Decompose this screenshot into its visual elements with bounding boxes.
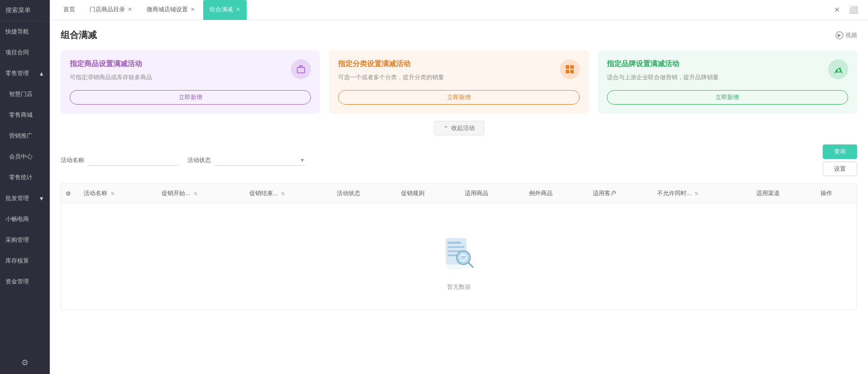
svg-rect-1 [570, 65, 574, 69]
collapse-icon: ⌃ [444, 125, 448, 132]
col-name[interactable]: 活动名称 ⇅ [79, 184, 157, 203]
sidebar-item-finance[interactable]: 资金管理 [0, 271, 50, 292]
promo-card-category-icon [560, 59, 580, 79]
collapse-bar: ⌃ 收起活动 [61, 121, 857, 135]
svg-rect-3 [570, 70, 574, 73]
table-header: ⚙ 活动名称 ⇅ 促销开始... ⇅ 促销结束... ⇅ [61, 184, 857, 203]
col-rules: 促销规则 [396, 184, 461, 203]
page-header: 组合满减 ▶ 视频 [61, 29, 857, 41]
col-applicable-customers: 适用客户 [588, 184, 653, 203]
filter-name-input[interactable] [88, 155, 178, 166]
col-no-overlap[interactable]: 不允许同时... ⇅ [653, 184, 752, 203]
promo-card-product-icon [291, 59, 311, 79]
svg-rect-0 [566, 65, 569, 69]
tab-bar-actions: ✕ ⬜ [831, 5, 861, 15]
sort-icon-start: ⇅ [194, 191, 197, 196]
main-area: 首页 门店商品目录 ✕ 微商城店铺设置 ✕ 组合满减 ✕ ✕ ⬜ 组合满减 ▶ … [50, 0, 868, 374]
col-applicable-goods: 适用商品 [460, 184, 525, 203]
sidebar-item-member-center[interactable]: 会员中心 [0, 146, 50, 167]
promo-card-category-title: 指定分类设置满减活动 [338, 59, 579, 69]
sidebar-item-wholesale-mgmt[interactable]: 批发管理 ▼ [0, 188, 50, 209]
empty-text: 暂无数据 [447, 283, 471, 291]
sidebar-search[interactable]: 搜索菜单 [0, 0, 50, 21]
promo-card-product: 指定商品设置满减活动 可指定滞销商品或库存较多商品 立即新增 [61, 50, 320, 114]
chevron-down-icon: ▼ [38, 195, 44, 202]
tab-close-store-catalog[interactable]: ✕ [128, 6, 132, 13]
settings-icon[interactable]: ⚙ [21, 358, 29, 368]
col-channels: 适用渠道 [752, 184, 816, 203]
sidebar-item-quick-nav[interactable]: 快捷导航 [0, 21, 50, 42]
sort-icon-end: ⇅ [281, 191, 285, 196]
tab-close-wechat-store[interactable]: ✕ [191, 6, 195, 13]
filter-status-select[interactable]: ▼ [215, 155, 305, 166]
sidebar-bottom: ⚙ [0, 351, 50, 374]
svg-rect-2 [566, 70, 569, 73]
tab-close-combo-discount[interactable]: ✕ [236, 6, 240, 13]
sidebar-item-project-contract[interactable]: 项目合同 [0, 42, 50, 63]
filter-name-label: 活动名称 [61, 156, 84, 164]
table-body: 暂无数据 [61, 203, 857, 310]
play-icon: ▶ [835, 31, 844, 39]
sidebar-item-retail-mgmt[interactable]: 零售管理 ▲ [0, 63, 50, 84]
tab-combo-discount[interactable]: 组合满减 ✕ [203, 0, 247, 20]
sidebar-item-inventory[interactable]: 库存核算 [0, 250, 50, 271]
sort-icon-no-overlap: ⇅ [695, 191, 698, 196]
chevron-down-icon: ▼ [300, 157, 305, 163]
sidebar-item-xiaochang[interactable]: 小畅电商 [0, 209, 50, 230]
sidebar-item-purchase-mgmt[interactable]: 采购管理 [0, 230, 50, 250]
content-area: 组合满减 ▶ 视频 指定商品设置满减活动 可指定滞销商品或库存较多商品 立即新增… [50, 20, 868, 374]
promo-card-product-desc: 可指定滞销商品或库存较多商品 [70, 73, 311, 82]
query-button[interactable]: 查询 [823, 144, 857, 159]
promo-cards: 指定商品设置满减活动 可指定滞销商品或库存较多商品 立即新增 指定分类设置满减活… [61, 50, 857, 114]
sidebar: 搜索菜单 快捷导航 项目合同 零售管理 ▲ 智慧门店 零售商城 营销推广 会员中… [0, 0, 50, 374]
sort-icon-name: ⇅ [111, 191, 114, 196]
collapse-btn[interactable]: ⌃ 收起活动 [434, 121, 484, 135]
svg-point-11 [459, 254, 467, 262]
svg-rect-7 [448, 246, 465, 248]
col-settings[interactable]: ⚙ [61, 184, 79, 203]
filter-actions: 查询 设置 [823, 144, 857, 176]
promo-card-product-btn[interactable]: 立即新增 [70, 90, 311, 105]
settings-icon: ⚙ [66, 190, 71, 197]
page-title: 组合满减 [61, 29, 97, 41]
sidebar-item-marketing[interactable]: 营销推广 [0, 125, 50, 146]
sidebar-item-retail-mall[interactable]: 零售商城 [0, 105, 50, 125]
window-close-btn[interactable]: ✕ [831, 5, 843, 15]
col-exception-goods: 例外商品 [525, 184, 589, 203]
promo-card-category-desc: 可选一个或者多个分类，提升分类的销量 [338, 73, 579, 82]
empty-icon [436, 230, 482, 276]
video-link[interactable]: ▶ 视频 [835, 31, 857, 39]
settings-button[interactable]: 设置 [823, 162, 857, 176]
col-end[interactable]: 促销结束... ⇅ [245, 184, 333, 203]
promo-card-brand-desc: 适合与上游企业联合做营销，提升品牌销量 [607, 73, 848, 82]
data-table-container: ⚙ 活动名称 ⇅ 促销开始... ⇅ 促销结束... ⇅ [61, 183, 857, 310]
promo-card-brand-icon [828, 59, 848, 79]
promo-card-category: 指定分类设置满减活动 可选一个或者多个分类，提升分类的销量 立即新增 [329, 50, 588, 114]
promo-card-brand: 指定品牌设置满减活动 适合与上游企业联合做营销，提升品牌销量 立即新增 [598, 50, 857, 114]
svg-rect-6 [448, 242, 461, 244]
sidebar-item-smart-store[interactable]: 智慧门店 [0, 84, 50, 105]
col-operation: 操作 [816, 184, 857, 203]
filter-row: 活动名称 活动状态 ▼ 查询 设置 [61, 144, 857, 176]
promo-card-product-title: 指定商品设置满减活动 [70, 59, 311, 69]
filter-name-item: 活动名称 [61, 155, 178, 166]
chevron-up-icon: ▲ [38, 70, 44, 77]
tab-wechat-store[interactable]: 微商城店铺设置 ✕ [140, 0, 201, 20]
promo-card-category-btn[interactable]: 立即新增 [338, 90, 579, 105]
tab-store-catalog[interactable]: 门店商品目录 ✕ [83, 0, 138, 20]
tab-home[interactable]: 首页 [57, 0, 81, 20]
window-maximize-btn[interactable]: ⬜ [846, 5, 861, 15]
col-status: 活动状态 [332, 184, 396, 203]
filter-status-label: 活动状态 [187, 156, 211, 164]
filter-status-item: 活动状态 ▼ [187, 155, 305, 166]
tab-bar: 首页 门店商品目录 ✕ 微商城店铺设置 ✕ 组合满减 ✕ ✕ ⬜ [50, 0, 868, 20]
empty-state: 暂无数据 [61, 203, 857, 309]
data-table: ⚙ 活动名称 ⇅ 促销开始... ⇅ 促销结束... ⇅ [61, 184, 857, 309]
col-start[interactable]: 促销开始... ⇅ [157, 184, 245, 203]
sidebar-item-retail-stats[interactable]: 零售统计 [0, 167, 50, 188]
promo-card-brand-title: 指定品牌设置满减活动 [607, 59, 848, 69]
promo-card-brand-btn[interactable]: 立即新增 [607, 90, 848, 105]
